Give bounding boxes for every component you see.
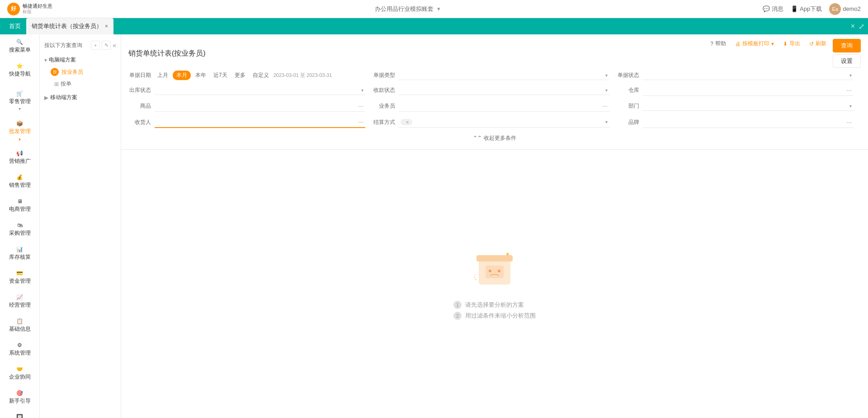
sidebar-item-ecommerce[interactable]: 🖥 电商管理	[0, 194, 39, 218]
collapse-filters-btn[interactable]: ⌃⌃ 收起更多条件	[128, 133, 861, 146]
pc-scheme-header[interactable]: ▾ 电脑端方案	[40, 54, 121, 66]
settle-input[interactable]: × ▾	[399, 117, 609, 128]
query-btn[interactable]: 查询	[833, 39, 861, 52]
date-range-display: 2023-03-01 至 2023-03-31	[274, 72, 332, 79]
product-field: 商品 ···	[128, 100, 373, 112]
brand-input[interactable]: ···	[643, 117, 854, 128]
date-7days[interactable]: 近7天	[211, 71, 230, 80]
title-row: 销货单统计表(按业务员) ? 帮助 🖨 按模板打印 ▾	[128, 39, 861, 68]
salesperson-input[interactable]: ···	[399, 100, 609, 112]
date-this-year[interactable]: 本年	[193, 71, 209, 80]
product-input[interactable]: ···	[155, 100, 365, 112]
date-field: 单据日期 上月 本月 本年 近7天 更多 自定义 2023-03-01 至 20…	[128, 71, 373, 80]
secondary-actions: ? 帮助 🖨 按模板打印 ▾ ⬇ 导出	[708, 39, 829, 48]
filter-row-4: 收货人 ··· 结算方式 ×	[128, 116, 861, 128]
pc-scheme-label: 电脑端方案	[49, 56, 76, 64]
logo-text: 畅捷通好生意 标版	[23, 3, 52, 14]
receipt-status-input[interactable]: ▾	[399, 86, 609, 95]
sidebar-item-purchase[interactable]: 🛍 采购管理	[0, 218, 39, 242]
sidebar-item-wholesale[interactable]: 📦 批发管理 ▴	[0, 116, 39, 146]
collapse-panel-btn[interactable]: «	[113, 42, 116, 49]
out-status-input[interactable]: ▾	[155, 86, 365, 95]
date-more[interactable]: 更多	[232, 71, 248, 80]
search-icon: 🔍	[16, 39, 23, 45]
sidebar-item-sales[interactable]: 💰 销售管理	[0, 170, 39, 194]
doc-type-input[interactable]: ▾	[399, 71, 609, 80]
svg-point-4	[498, 270, 500, 272]
basic-icon: 📋	[16, 318, 23, 324]
doc-status-dropdown-icon: ▾	[849, 73, 852, 78]
date-label: 单据日期	[128, 71, 151, 79]
tab-close-btn[interactable]: ×	[105, 23, 108, 29]
purchase-icon: 🛍	[17, 222, 23, 228]
app-download-btn[interactable]: 📱 App下载	[791, 5, 822, 13]
print-btn[interactable]: 🖨 按模板打印 ▾	[732, 39, 777, 48]
scheme-item-salesperson[interactable]: 按 按业务员	[40, 66, 121, 78]
hint-num-2: 2	[453, 312, 462, 320]
date-this-month[interactable]: 本月	[173, 71, 191, 80]
brand-field: 品牌 ···	[617, 117, 861, 128]
out-status-dropdown-icon: ▾	[361, 88, 363, 93]
filter-row-2: 出库状态 ▾ 收款状态 ▾	[128, 85, 861, 96]
date-custom[interactable]: 自定义	[250, 71, 272, 80]
print-icon: 🖨	[735, 41, 741, 47]
sidebar-item-quicknav[interactable]: ⭐ 快捷导航	[0, 58, 39, 82]
message-btn[interactable]: 💬 消息	[763, 5, 783, 13]
export-btn[interactable]: ⬇ 导出	[780, 39, 803, 48]
help-btn[interactable]: ? 帮助	[708, 39, 729, 48]
product-more-icon: ···	[358, 102, 363, 109]
tab-active[interactable]: 销货单统计表（按业务员） ×	[26, 18, 113, 34]
sidebar-item-search[interactable]: 🔍 搜索菜单	[0, 34, 39, 58]
close-window-btn[interactable]: ×	[851, 22, 855, 30]
expand-btn[interactable]: ⤢	[859, 22, 864, 31]
edit-scheme-btn[interactable]: ✎	[102, 41, 111, 50]
scheme-sub-item-order[interactable]: ⊞ 按单	[40, 78, 121, 90]
page-title: 销货单统计表(按业务员)	[128, 49, 206, 58]
refresh-icon: ↺	[809, 41, 814, 47]
settle-label: 结算方式	[373, 119, 395, 126]
workspace-selector[interactable]: 办公用品行业模拟账套 ▾	[375, 5, 440, 13]
department-input[interactable]: ▾	[643, 102, 854, 111]
receipt-status-field: 收款状态 ▾	[373, 86, 617, 95]
sidebar-item-system[interactable]: ⚙ 系统管理	[0, 337, 39, 361]
sidebar-item-marketing[interactable]: 📢 营销推广	[0, 146, 39, 170]
sidebar-item-retail[interactable]: 🛒 零售管理 ▾	[0, 86, 39, 116]
marketing-icon: 📢	[16, 150, 23, 157]
empty-hint-2: 2 用过滤条件来缩小分析范围	[453, 312, 536, 320]
sales-icon: 💰	[16, 174, 23, 180]
mobile-scheme-item[interactable]: ▶ 移动端方案	[40, 91, 121, 104]
settle-tag-close[interactable]: ×	[406, 119, 409, 125]
sidebar-item-inventory[interactable]: 📊 库存核算	[0, 242, 39, 266]
date-prev-month[interactable]: 上月	[155, 71, 171, 80]
brand-more-icon: ···	[846, 119, 852, 126]
receiver-input[interactable]: ···	[155, 116, 365, 128]
quicknav-icon: ⭐	[16, 63, 23, 69]
warehouse-input[interactable]: ···	[643, 85, 854, 96]
print-dropdown-icon: ▾	[771, 41, 774, 47]
sidebar-item-enterprise[interactable]: 🤝 企业协同	[0, 361, 39, 385]
empty-state: ✦ 1 请先选择要分析的方案 2 用过滤条件来缩小分析范围	[121, 150, 868, 418]
sidebar-item-appstore[interactable]: 🔲 应用中心	[0, 409, 39, 418]
sidebar-item-newbie[interactable]: 🎯 新手引导	[0, 385, 39, 409]
settle-field: 结算方式 × ▾	[373, 117, 617, 128]
date-row: 上月 本月 本年 近7天 更多 自定义 2023-03-01 至 2023-03…	[155, 71, 332, 80]
main-panel-header: 销货单统计表(按业务员) ? 帮助 🖨 按模板打印 ▾	[121, 34, 868, 150]
out-status-field: 出库状态 ▾	[128, 86, 373, 95]
doc-status-input[interactable]: ▾	[643, 71, 854, 80]
warehouse-more-icon: ···	[846, 86, 852, 94]
download-icon: 📱	[791, 5, 798, 12]
empty-illustration: ✦	[467, 248, 522, 294]
sidebar-item-basic[interactable]: 📋 基础信息	[0, 314, 39, 337]
salesperson-more-icon: ···	[602, 102, 608, 109]
settings-btn[interactable]: 设置	[833, 54, 861, 68]
product-label: 商品	[128, 102, 151, 110]
user-menu[interactable]: Ea demo2	[829, 3, 861, 15]
sidebar: 🔍 搜索菜单 ⭐ 快捷导航 🛒 零售管理 ▾ 📦 批发管理 ▴ 📢 营销推广 💰…	[0, 34, 40, 418]
refresh-btn[interactable]: ↺ 刷新	[807, 39, 829, 48]
add-scheme-btn[interactable]: +	[91, 41, 100, 50]
doc-type-dropdown-icon: ▾	[605, 73, 608, 78]
sidebar-item-operations[interactable]: 📈 经营管理	[0, 290, 39, 314]
wholesale-icon: 📦	[16, 120, 23, 127]
sidebar-item-finance[interactable]: 💳 资金管理	[0, 266, 39, 290]
tab-home[interactable]: 首页	[4, 18, 26, 34]
